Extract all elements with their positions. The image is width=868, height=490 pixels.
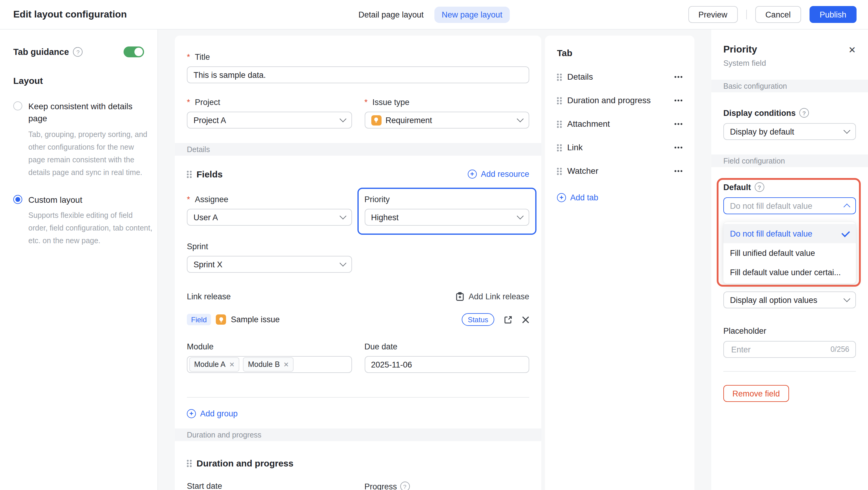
priority-field-selected-highlight[interactable]: Priority Highest	[357, 188, 536, 235]
more-menu-icon[interactable]	[675, 146, 676, 148]
add-resource-link[interactable]: Add resource	[467, 170, 529, 179]
add-group-link[interactable]: Add group	[187, 409, 238, 418]
close-icon[interactable]	[848, 45, 856, 54]
display-conditions-label: Display conditions	[723, 108, 856, 118]
placeholder-input[interactable]	[730, 344, 830, 354]
lightbulb-icon	[216, 314, 226, 325]
more-menu-icon[interactable]	[675, 76, 676, 78]
remove-link-icon[interactable]	[522, 316, 529, 323]
fields-group-header: Fields Add resource	[187, 169, 529, 179]
add-resource-label: Add resource	[481, 170, 529, 179]
tab-guidance-toggle[interactable]	[124, 47, 144, 57]
radio-option-label: Keep consistent with details page	[28, 100, 152, 125]
drag-handle-icon[interactable]	[187, 171, 189, 173]
plus-circle-icon	[467, 170, 476, 179]
chevron-down-icon	[339, 260, 346, 267]
drag-handle-icon[interactable]	[557, 168, 559, 169]
open-in-new-icon[interactable]	[504, 315, 513, 324]
tab-list-card: Tab Details Duration and progress Attach…	[545, 36, 694, 490]
display-conditions-select[interactable]: Display by default	[723, 123, 856, 140]
drag-handle-icon[interactable]	[557, 120, 559, 122]
tab-item-label: Link	[567, 142, 669, 152]
tab-item-duration-and-progress[interactable]: Duration and progress	[557, 95, 682, 105]
project-select[interactable]: Project A	[187, 112, 352, 128]
field-tag: Field	[187, 314, 211, 325]
more-menu-icon[interactable]	[675, 170, 676, 172]
chevron-down-icon	[844, 295, 850, 302]
radio-option-keep-consistent[interactable]: Keep consistent with details page	[13, 100, 144, 125]
chevron-down-icon	[339, 116, 346, 122]
duration-section-bar: Duration and progress	[175, 428, 541, 441]
remove-field-button[interactable]: Remove field	[723, 385, 789, 402]
duration-section-label: Duration and progress	[187, 431, 261, 439]
cancel-button[interactable]: Cancel	[755, 6, 801, 23]
page-title: Edit layout configuration	[13, 9, 127, 20]
status-pill[interactable]: Status	[462, 313, 494, 326]
sprint-select[interactable]: Sprint X	[187, 256, 352, 273]
add-tab-link[interactable]: Add tab	[557, 193, 598, 202]
default-field-label: Default	[723, 182, 856, 192]
details-section-label: Details	[187, 145, 210, 153]
tab-item-attachment[interactable]: Attachment	[557, 119, 682, 128]
plus-circle-icon	[187, 409, 196, 418]
drag-handle-icon[interactable]	[557, 97, 559, 99]
module-chip: Module A ✕	[189, 357, 240, 372]
app-window: Edit layout configuration Detail page la…	[0, 0, 868, 490]
tab-new-page-layout[interactable]: New page layout	[435, 6, 510, 23]
assignee-select[interactable]: User A	[187, 209, 352, 226]
option-display-select[interactable]: Display all option values	[723, 291, 856, 308]
help-icon[interactable]	[799, 108, 809, 118]
sprint-select-value: Sprint X	[193, 260, 222, 269]
linked-issue-title[interactable]: Sample issue	[231, 315, 280, 324]
priority-select-value: Highest	[371, 213, 399, 222]
default-select-dropdown: Do not fill default value Fill unified d…	[723, 222, 856, 284]
tab-item-details[interactable]: Details	[557, 72, 682, 82]
progress-field-label: Progress	[364, 482, 529, 490]
actions-divider	[746, 10, 747, 19]
help-icon[interactable]	[400, 482, 410, 490]
add-link-release-button[interactable]: Add Link release	[456, 292, 529, 301]
tab-item-label: Watcher	[567, 166, 669, 176]
title-input[interactable]	[187, 66, 529, 83]
tab-item-watcher[interactable]: Watcher	[557, 166, 682, 176]
drag-handle-icon[interactable]	[187, 460, 189, 462]
chevron-up-icon	[844, 204, 850, 211]
option-display-value: Display all option values	[730, 295, 817, 305]
drag-handle-icon[interactable]	[557, 73, 559, 75]
more-menu-icon[interactable]	[675, 99, 676, 101]
default-label-text: Default	[723, 182, 751, 192]
default-select[interactable]: Do not fill default value	[723, 197, 856, 214]
project-select-value: Project A	[193, 116, 226, 125]
chevron-down-icon	[844, 127, 850, 134]
lightbulb-icon	[371, 115, 381, 125]
radio-option-custom-layout[interactable]: Custom layout	[13, 194, 144, 206]
drag-handle-icon[interactable]	[557, 144, 559, 146]
help-icon[interactable]	[73, 47, 83, 57]
dropdown-option-do-not-fill[interactable]: Do not fill default value	[723, 224, 856, 243]
help-icon[interactable]	[755, 182, 764, 192]
tab-detail-page-layout[interactable]: Detail page layout	[358, 10, 424, 19]
link-release-item: Field Sample issue Status	[187, 313, 529, 326]
priority-select[interactable]: Highest	[364, 209, 529, 226]
placeholder-input-wrap: 0/256	[723, 341, 856, 358]
project-field-label: Project	[187, 98, 352, 107]
spacer	[158, 30, 175, 490]
module-chip: Module B ✕	[243, 357, 294, 372]
issue-type-select[interactable]: Requirement	[364, 112, 529, 128]
more-menu-icon[interactable]	[675, 123, 676, 125]
char-counter: 0/256	[830, 345, 849, 354]
module-multiselect[interactable]: Module A ✕ Module B ✕	[187, 356, 352, 373]
due-date-input[interactable]	[364, 356, 529, 373]
dropdown-option-fill-under-certain[interactable]: Fill default value under certai...	[723, 262, 856, 282]
start-date-field-label: Start date	[187, 482, 352, 490]
publish-button[interactable]: Publish	[809, 6, 857, 23]
preview-button[interactable]: Preview	[688, 6, 738, 23]
radio-checked-icon[interactable]	[13, 195, 22, 204]
dropdown-option-fill-unified[interactable]: Fill unified default value	[723, 243, 856, 262]
chip-remove-icon[interactable]: ✕	[283, 361, 289, 368]
tab-item-link[interactable]: Link	[557, 142, 682, 152]
chip-remove-icon[interactable]: ✕	[229, 361, 235, 368]
radio-unchecked-icon[interactable]	[13, 102, 22, 110]
top-bar: Edit layout configuration Detail page la…	[0, 0, 868, 30]
chevron-down-icon	[517, 213, 524, 220]
